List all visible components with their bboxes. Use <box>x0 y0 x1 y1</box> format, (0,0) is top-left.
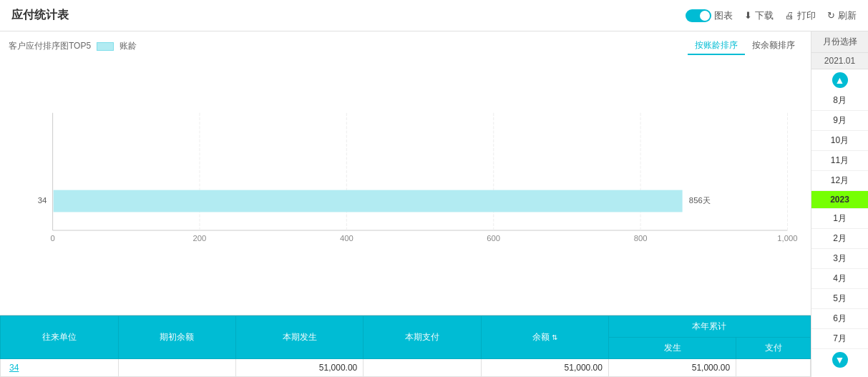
download-icon: ⬇ <box>744 10 752 21</box>
th-ytd-group: 本年累计 <box>608 316 810 338</box>
cell-unit: 34 <box>1 359 119 377</box>
sidebar-current-value: 2021.01 <box>811 53 868 69</box>
chart-toggle[interactable]: 图表 <box>686 9 733 22</box>
refresh-label: 刷新 <box>838 9 857 22</box>
sidebar-month-7[interactable]: 7月 <box>811 329 868 349</box>
legend-box <box>97 42 114 51</box>
th-unit: 往来单位 <box>1 316 119 359</box>
sidebar-month-8[interactable]: 8月 <box>811 91 868 111</box>
cell-ytd-pay <box>736 359 811 377</box>
chart-wrapper: 0 200 400 600 800 1,000 34 <box>0 58 811 315</box>
sidebar-nav-down-button[interactable]: ▼ <box>811 349 868 371</box>
toggle-switch-label[interactable] <box>686 9 711 22</box>
svg-text:600: 600 <box>487 235 500 243</box>
unit-link[interactable]: 34 <box>9 363 19 373</box>
header-actions: 图表 ⬇ 下载 🖨 打印 ↻ 刷新 <box>686 9 857 22</box>
print-icon: 🖨 <box>785 10 794 21</box>
sidebar-month-3[interactable]: 3月 <box>811 249 868 269</box>
download-button[interactable]: ⬇ 下载 <box>744 9 774 22</box>
sort-by-amount-button[interactable]: 按余额排序 <box>745 37 802 55</box>
print-button[interactable]: 🖨 打印 <box>785 9 816 22</box>
chart-label: 图表 <box>714 9 733 22</box>
svg-text:856天: 856天 <box>689 196 711 205</box>
sidebar-month-12[interactable]: 12月 <box>811 171 868 191</box>
sidebar-month-9[interactable]: 9月 <box>811 111 868 131</box>
refresh-button[interactable]: ↻ 刷新 <box>827 9 857 22</box>
svg-text:1,000: 1,000 <box>777 235 797 243</box>
sidebar-month-4[interactable]: 4月 <box>811 269 868 289</box>
th-period-occur: 本期发生 <box>236 316 364 359</box>
sidebar-month-2[interactable]: 2月 <box>811 229 868 249</box>
bar-chart: 0 200 400 600 800 1,000 34 <box>9 64 802 309</box>
refresh-icon: ↻ <box>827 10 835 21</box>
chart-section: 客户应付排序图TOP5 账龄 按账龄排序 按余额排序 0 <box>0 31 811 377</box>
sidebar-month-11[interactable]: 11月 <box>811 151 868 171</box>
th-opening: 期初余额 <box>118 316 236 359</box>
legend-box-label: 账龄 <box>120 40 137 52</box>
sidebar-month-10[interactable]: 10月 <box>811 131 868 151</box>
sort-by-balance-button[interactable]: 按账龄排序 <box>688 37 745 55</box>
svg-text:800: 800 <box>634 235 648 243</box>
bar-34[interactable] <box>54 190 683 212</box>
cell-opening <box>118 359 236 377</box>
app-header: 应付统计表 图表 ⬇ 下载 🖨 打印 ↻ 刷新 <box>0 0 868 31</box>
data-table: 往来单位 期初余额 本期发生 本期支付 余额 ⇅ 本年累计 发生 <box>0 315 811 377</box>
svg-text:34: 34 <box>38 196 47 205</box>
sidebar: 月份选择 2021.01 ▲ 8月 9月 10月 11月 12月 2023 1月… <box>811 31 868 377</box>
cell-ytd-occur: 51,000.00 <box>608 359 736 377</box>
sidebar-year-2023[interactable]: 2023 <box>811 191 868 209</box>
svg-text:400: 400 <box>340 235 353 243</box>
chart-legend: 客户应付排序图TOP5 账龄 <box>9 40 137 52</box>
table-section: 往来单位 期初余额 本期发生 本期支付 余额 ⇅ 本年累计 发生 <box>0 315 811 377</box>
chevron-up-icon: ▲ <box>832 72 848 88</box>
sidebar-month-6[interactable]: 6月 <box>811 309 868 329</box>
legend-title: 客户应付排序图TOP5 <box>9 40 91 52</box>
chart-header: 客户应付排序图TOP5 账龄 按账龄排序 按余额排序 <box>0 31 811 58</box>
th-ytd-occur: 发生 <box>608 338 736 359</box>
chart-sort-buttons: 按账龄排序 按余额排序 <box>688 37 802 55</box>
svg-text:0: 0 <box>50 235 54 243</box>
sidebar-month-5[interactable]: 5月 <box>811 289 868 309</box>
main-content: 客户应付排序图TOP5 账龄 按账龄排序 按余额排序 0 <box>0 31 868 377</box>
toggle-slider <box>686 9 711 22</box>
cell-balance: 51,000.00 <box>481 359 608 377</box>
balance-sort-icon[interactable]: ⇅ <box>552 333 557 341</box>
chevron-down-icon: ▼ <box>832 352 848 368</box>
th-ytd-pay: 支付 <box>736 338 811 359</box>
page-title: 应付统计表 <box>11 8 69 23</box>
download-label: 下载 <box>755 9 774 22</box>
cell-period-pay <box>364 359 482 377</box>
cell-period-occur: 51,000.00 <box>236 359 364 377</box>
th-period-pay: 本期支付 <box>364 316 482 359</box>
sidebar-nav-up-button[interactable]: ▲ <box>811 69 868 91</box>
print-label: 打印 <box>797 9 816 22</box>
table-row: 34 51,000.00 51,000.00 51,000.00 <box>1 359 811 377</box>
svg-text:200: 200 <box>193 235 207 243</box>
sidebar-month-header: 月份选择 <box>811 31 868 53</box>
sidebar-month-1[interactable]: 1月 <box>811 209 868 229</box>
th-balance: 余额 ⇅ <box>481 316 608 359</box>
